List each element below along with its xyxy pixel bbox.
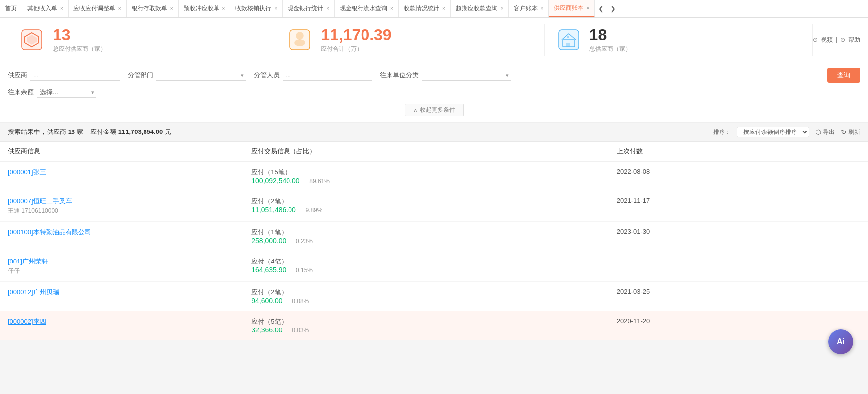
table-body: [000001]张三 应付（15笔） 100,092,540.00 89.61%… bbox=[0, 162, 868, 340]
balance-select[interactable]: 选择... bbox=[37, 87, 96, 98]
supplier-link[interactable]: [000007] bbox=[8, 197, 33, 205]
filter-row-1: 供应商 分管部门 分管人员 往来单位分类 查询 bbox=[8, 68, 860, 83]
nav-tab-adjust[interactable]: 应收应付调整单 × bbox=[69, 0, 127, 17]
nav-tab-bank[interactable]: 银行存取款单 × bbox=[127, 0, 179, 17]
category-select-wrapper bbox=[422, 70, 511, 81]
supplier-name[interactable]: 广州荣轩 bbox=[22, 258, 48, 265]
supplier-info: [001]广州荣轩 仔仔 bbox=[8, 257, 251, 275]
result-bar: 搜索结果中，供应商 13 家 应付金额 111,703,854.00 元 排序：… bbox=[0, 123, 868, 142]
payable-amount-label: 应付合计（万） bbox=[321, 45, 391, 53]
summary-prefix: 搜索结果中，供应商 bbox=[8, 128, 66, 135]
tx-percent: 0.03% bbox=[292, 327, 309, 334]
close-icon[interactable]: × bbox=[326, 6, 329, 11]
close-icon[interactable]: × bbox=[118, 6, 121, 11]
tx-info: 应付（2笔） 94,600.00 0.08% bbox=[251, 288, 616, 305]
refresh-label: 刷新 bbox=[848, 128, 860, 136]
tx-amount[interactable]: 100,092,540.00 bbox=[251, 177, 299, 185]
supplier-name[interactable]: 本特勤油品有限公司 bbox=[33, 228, 91, 236]
sort-select[interactable]: 按应付余额倒序排序 bbox=[737, 127, 809, 137]
close-icon[interactable]: × bbox=[501, 6, 504, 11]
close-icon[interactable]: × bbox=[390, 6, 393, 11]
stats-bar: 13 总应付供应商（家） 11,170.39 应付合计（万） bbox=[0, 18, 868, 62]
export-button[interactable]: ⬡ 导出 bbox=[815, 128, 835, 136]
supplier-name[interactable]: 恒旺二手叉车 bbox=[33, 197, 72, 205]
filter-supplier: 供应商 bbox=[8, 70, 120, 81]
amount-suffix: 元 bbox=[165, 128, 171, 135]
supplier-link[interactable]: [000012] bbox=[8, 288, 33, 296]
category-select[interactable] bbox=[422, 70, 511, 81]
tx-percent: 0.15% bbox=[296, 267, 313, 274]
close-icon[interactable]: × bbox=[442, 6, 445, 11]
tx-amount[interactable]: 32,366.00 bbox=[251, 326, 282, 334]
close-icon[interactable]: × bbox=[170, 6, 173, 11]
last-pay-date: 2020-11-20 bbox=[617, 317, 860, 334]
nav-tab-customer[interactable]: 客户账本 × bbox=[509, 0, 549, 17]
tx-percent: 9.89% bbox=[305, 207, 322, 214]
supplier-name[interactable]: 广州贝瑞 bbox=[33, 288, 59, 296]
close-icon[interactable]: × bbox=[274, 6, 277, 11]
nav-next-arrow[interactable]: ❯ bbox=[607, 0, 619, 17]
supplier-info: [000100]本特勤油品有限公司 bbox=[8, 228, 251, 245]
tab-label: 供应商账本 bbox=[554, 4, 583, 12]
nav-tab-income[interactable]: 其他收入单 × bbox=[22, 0, 69, 17]
nav-prev-arrow[interactable]: ❮ bbox=[595, 0, 607, 17]
tab-label: 现金银行统计 bbox=[288, 4, 323, 13]
stat-card-payable-suppliers: 13 总应付供应商（家） bbox=[8, 24, 276, 56]
svg-point-5 bbox=[295, 40, 305, 46]
supplier-input[interactable] bbox=[30, 70, 120, 81]
nav-tab-verify[interactable]: 收款核销执行 × bbox=[230, 0, 283, 17]
tx-amount[interactable]: 11,051,486.00 bbox=[251, 206, 296, 214]
total-suppliers-label: 总供应商（家） bbox=[589, 45, 631, 53]
tx-label: 应付（15笔） bbox=[251, 168, 616, 177]
close-icon[interactable]: × bbox=[586, 5, 589, 11]
filter-category: 往来单位分类 bbox=[380, 70, 511, 81]
balance-select-wrapper: 选择... bbox=[37, 87, 96, 98]
collapse-button[interactable]: ∧ 收起更多条件 bbox=[405, 104, 464, 116]
close-icon[interactable]: × bbox=[541, 6, 544, 11]
video-link[interactable]: 视频 bbox=[821, 36, 833, 44]
nav-tab-overdue[interactable]: 超期应收款查询 × bbox=[451, 0, 509, 17]
payable-suppliers-number: 13 bbox=[53, 26, 106, 44]
supplier-link[interactable]: [001] bbox=[8, 258, 22, 265]
stat-card-total-suppliers: 18 总供应商（家） bbox=[545, 24, 813, 56]
data-table: 供应商信息 应付交易信息（占比） 上次付数 [000001]张三 应付（15笔）… bbox=[0, 142, 868, 340]
refresh-button[interactable]: ↻ 刷新 bbox=[841, 128, 860, 136]
tx-amount[interactable]: 94,600.00 bbox=[251, 297, 282, 305]
tx-amount[interactable]: 164,635.90 bbox=[251, 266, 286, 274]
supplier-link[interactable]: [000100] bbox=[8, 228, 33, 236]
dept-select[interactable] bbox=[156, 70, 246, 81]
supplier-link[interactable]: [000002] bbox=[8, 318, 33, 325]
col-header-supplier: 供应商信息 bbox=[8, 147, 251, 156]
tx-amount[interactable]: 258,000.00 bbox=[251, 237, 286, 245]
nav-tab-cash-stat[interactable]: 现金银行统计 × bbox=[283, 0, 335, 17]
person-input[interactable] bbox=[283, 70, 372, 81]
nav-tab-recv-stat[interactable]: 收款情况统计 × bbox=[399, 0, 451, 17]
col-header-lastpay: 上次付数 bbox=[617, 147, 860, 156]
tx-info: 应付（5笔） 32,366.00 0.03% bbox=[251, 317, 616, 334]
close-icon[interactable]: × bbox=[222, 6, 225, 11]
table-row: [001]广州荣轩 仔仔 应付（4笔） 164,635.90 0.15% bbox=[0, 251, 868, 282]
nav-tab-cash-query[interactable]: 现金银行流水查询 × bbox=[335, 0, 399, 17]
balance-label: 往来余额 bbox=[8, 88, 34, 97]
filter-dept: 分管部门 bbox=[128, 70, 246, 81]
nav-tab-pre-receive[interactable]: 预收冲应收单 × bbox=[179, 0, 231, 17]
table-row: [000007]恒旺二手叉车 王通 17106110000 应付（2笔） 11,… bbox=[0, 191, 868, 222]
nav-tab-supplier[interactable]: 供应商账本 × bbox=[549, 0, 595, 17]
export-label: 导出 bbox=[823, 128, 835, 136]
filter-more-row: ∧ 收起更多条件 bbox=[8, 102, 860, 118]
query-button[interactable]: 查询 bbox=[827, 68, 860, 83]
table-row: [000100]本特勤油品有限公司 应付（1笔） 258,000.00 0.23… bbox=[0, 222, 868, 251]
table-row: [000002]李四 应付（5笔） 32,366.00 0.03% 2020-1… bbox=[0, 311, 868, 340]
supplier-name[interactable]: 李四 bbox=[33, 318, 46, 325]
supplier-name[interactable]: 张三 bbox=[33, 168, 46, 176]
nav-tab-home[interactable]: 首页 bbox=[0, 0, 22, 17]
dept-label: 分管部门 bbox=[128, 71, 153, 80]
tab-label: 收款核销执行 bbox=[235, 4, 271, 13]
supplier-info: [000001]张三 bbox=[8, 168, 251, 185]
close-icon[interactable]: × bbox=[60, 6, 63, 11]
tx-label: 应付（5笔） bbox=[251, 317, 616, 326]
help-link[interactable]: 帮助 bbox=[848, 36, 860, 44]
tx-label: 应付（4笔） bbox=[251, 257, 616, 266]
table-header: 供应商信息 应付交易信息（占比） 上次付数 bbox=[0, 142, 868, 162]
supplier-link[interactable]: [000001] bbox=[8, 168, 33, 176]
